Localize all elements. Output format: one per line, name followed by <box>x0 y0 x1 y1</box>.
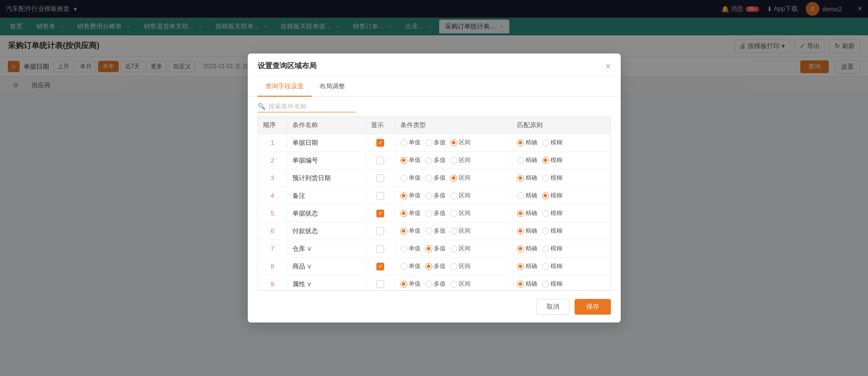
tab-layout-adjust[interactable]: 布局调整 <box>312 77 353 94</box>
modal-overlay: 设置查询区域布局 × 查询字段设置 布局调整 🔍 顺序 条件名称 显示 <box>0 0 868 94</box>
dialog-tabs: 查询字段设置 布局调整 <box>248 77 621 94</box>
dialog-header: 设置查询区域布局 × <box>248 54 621 77</box>
settings-dialog: 设置查询区域布局 × 查询字段设置 布局调整 🔍 顺序 条件名称 显示 <box>248 54 621 94</box>
tab-field-settings[interactable]: 查询字段设置 <box>258 77 312 94</box>
dialog-close-btn[interactable]: × <box>605 62 611 71</box>
dialog-title: 设置查询区域布局 <box>258 61 316 71</box>
